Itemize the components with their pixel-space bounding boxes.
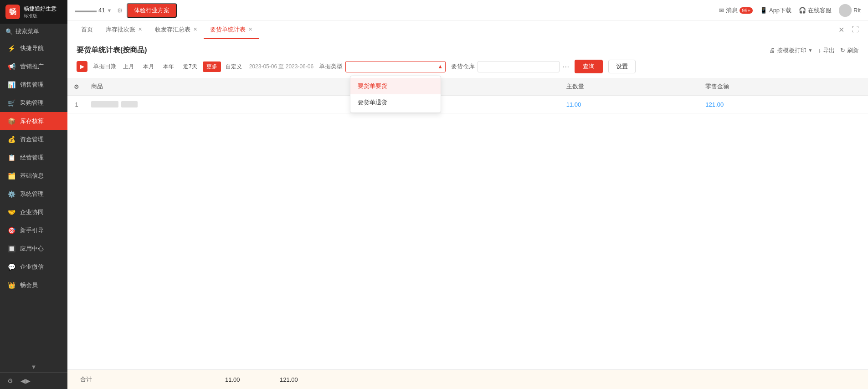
table-header-amount: 零售金额 xyxy=(700,78,868,96)
appstore-icon: 🔲 xyxy=(7,245,15,252)
table-header-row: ⚙ 商品 主计量单位 主数量 零售金额 xyxy=(67,78,868,96)
tab-batch[interactable]: 库存批次账 ✕ xyxy=(99,21,149,39)
sales-icon: 📊 xyxy=(7,81,15,88)
sidebar-item-sales[interactable]: 📊 销售管理 xyxy=(0,76,67,94)
chevron-down-icon: ▼ xyxy=(31,363,37,370)
sidebar-item-appstore[interactable]: 🔲 应用中心 xyxy=(0,240,67,258)
this-year-btn[interactable]: 本年 xyxy=(159,61,178,72)
message-icon: ✉ xyxy=(719,7,724,14)
quantity-link[interactable]: 11.00 xyxy=(566,101,581,108)
user-menu[interactable]: Rit xyxy=(839,4,861,17)
filter-more-icon[interactable]: ··· xyxy=(562,62,569,72)
username: Rit xyxy=(853,7,861,14)
amount-link[interactable]: 121.00 xyxy=(705,101,724,108)
store-name: ▬▬▬▬ xyxy=(75,7,97,14)
type-filter-group: 单据类型 ▲ 要货单要货 要货单退货 xyxy=(319,61,446,72)
tab-close-order-stat[interactable]: ✕ xyxy=(248,26,252,32)
row-no: 1 xyxy=(67,96,86,113)
close-all-tabs-icon[interactable]: ✕ xyxy=(837,24,846,36)
sidebar-item-wechat[interactable]: 💬 企业微信 xyxy=(0,258,67,276)
print-template-button[interactable]: 🖨 按模板打印 ▼ xyxy=(769,46,813,55)
avatar xyxy=(839,4,852,17)
online-service-button[interactable]: 🎧 在线客服 xyxy=(799,6,832,15)
collapse-icon[interactable]: ◀▶ xyxy=(21,377,31,384)
tab-home[interactable]: 首页 xyxy=(75,21,99,39)
app-download-button[interactable]: 📱 App下载 xyxy=(760,6,791,15)
sidebar: 畅 畅捷通好生意 标准版 🔍 搜索菜单 ⚡ 快捷导航 📢 营销推广 📊 销售管理… xyxy=(0,0,67,389)
headset-icon: 🎧 xyxy=(799,7,806,14)
last-month-btn[interactable]: 上月 xyxy=(119,61,138,72)
topbar-left: ▬▬▬▬ 41 ▼ ⚙ 体验行业方案 xyxy=(75,3,177,18)
app-logo: 畅 畅捷通好生意 标准版 xyxy=(0,0,67,24)
sidebar-item-cooperation[interactable]: 🤝 企业协同 xyxy=(0,203,67,221)
sidebar-item-system[interactable]: ⚙️ 系统管理 xyxy=(0,185,67,203)
page-content: 要货单统计表(按商品) 🖨 按模板打印 ▼ ↓ 导出 ↻ 刷新 xyxy=(67,39,868,389)
marketing-icon: 📢 xyxy=(7,63,15,70)
warehouse-filter-label: 要货仓库 xyxy=(451,62,475,71)
data-table: ⚙ 商品 主计量单位 主数量 零售金额 1 xyxy=(67,78,868,113)
refresh-button[interactable]: ↻ 刷新 xyxy=(840,46,859,55)
query-button[interactable]: 查询 xyxy=(575,60,603,73)
date-filter-label: 单据日期 xyxy=(93,62,117,71)
tab-close-collection[interactable]: ✕ xyxy=(193,26,197,32)
sidebar-bottom: ⚙ ◀▶ xyxy=(0,372,67,389)
basic-icon: 🗂️ xyxy=(7,172,15,179)
expand-tabs-icon[interactable]: ⛶ xyxy=(850,24,861,36)
system-icon: ⚙️ xyxy=(7,190,15,198)
sidebar-item-guide[interactable]: 🎯 新手引导 xyxy=(0,221,67,240)
sidebar-item-operations[interactable]: 📋 经营管理 xyxy=(0,148,67,167)
store-selector[interactable]: ▬▬▬▬ 41 ▼ xyxy=(75,7,112,14)
table-header-quantity: 主数量 xyxy=(561,78,700,96)
product-placeholder-2 xyxy=(121,101,138,107)
row-amount: 121.00 xyxy=(700,96,868,113)
sidebar-item-finance[interactable]: 💰 资金管理 xyxy=(0,130,67,148)
export-button[interactable]: ↓ 导出 xyxy=(818,46,835,55)
tab-close-batch[interactable]: ✕ xyxy=(138,26,142,32)
tab-end-buttons: ✕ ⛶ xyxy=(837,24,861,36)
settings-icon[interactable]: ⚙ xyxy=(7,377,13,384)
footer-amount: 121.00 xyxy=(274,376,329,383)
tab-collection[interactable]: 收发存汇总表 ✕ xyxy=(149,21,204,39)
table-row: 1 块 11.00 121.00 xyxy=(67,96,868,113)
filter-expand-button[interactable]: ▶ xyxy=(77,61,87,72)
sidebar-item-shortcut[interactable]: ⚡ 快捷导航 xyxy=(0,39,67,57)
trial-button[interactable]: 体验行业方案 xyxy=(127,3,177,18)
sidebar-item-basic[interactable]: 🗂️ 基础信息 xyxy=(0,167,67,185)
search-menu[interactable]: 🔍 搜索菜单 xyxy=(0,24,67,39)
table-gear-header[interactable]: ⚙ xyxy=(67,78,86,96)
more-dates-btn[interactable]: 更多 xyxy=(203,61,221,72)
dropdown-item-purchase-order[interactable]: 要货单要货 xyxy=(350,78,441,94)
settings-button[interactable]: 设置 xyxy=(608,60,636,73)
dropdown-item-purchase-return[interactable]: 要货单退货 xyxy=(350,94,441,111)
page-title: 要货单统计表(按商品) xyxy=(77,46,147,55)
row-product xyxy=(86,96,364,113)
tab-order-stat[interactable]: 要货单统计表 ✕ xyxy=(204,21,259,39)
product-placeholder-1 xyxy=(91,101,118,107)
sidebar-scroll-down[interactable]: ▼ xyxy=(0,362,67,372)
custom-date-btn[interactable]: 自定义 xyxy=(223,61,245,72)
store-number: 41 xyxy=(98,7,105,14)
date-range-display: 2023-05-06 至 2023-06-06 xyxy=(249,63,313,71)
topbar-gear-icon[interactable]: ⚙ xyxy=(117,7,123,14)
filter-bar: ▶ 单据日期 上月 本月 本年 近7天 更多 自定义 2023-05-06 至 … xyxy=(67,60,868,78)
last-7-days-btn[interactable]: 近7天 xyxy=(180,61,201,72)
page-header: 要货单统计表(按商品) 🖨 按模板打印 ▼ ↓ 导出 ↻ 刷新 xyxy=(67,39,868,60)
finance-icon: 💰 xyxy=(7,136,15,143)
sidebar-item-member[interactable]: 👑 畅会员 xyxy=(0,276,67,294)
warehouse-filter-input[interactable] xyxy=(478,61,560,72)
message-badge: 99+ xyxy=(740,7,753,14)
sidebar-item-marketing[interactable]: 📢 营销推广 xyxy=(0,57,67,76)
sidebar-item-inventory[interactable]: 📦 库存核算 xyxy=(0,112,67,130)
operations-icon: 📋 xyxy=(7,154,15,161)
cooperation-icon: 🤝 xyxy=(7,209,15,216)
print-icon: 🖨 xyxy=(769,47,775,54)
messages-button[interactable]: ✉ 消息 99+ xyxy=(719,6,753,15)
table-header-product: 商品 xyxy=(86,78,364,96)
print-dropdown-icon: ▼ xyxy=(808,48,813,53)
tabs-bar: 首页 库存批次账 ✕ 收发存汇总表 ✕ 要货单统计表 ✕ ✕ ⛶ xyxy=(67,21,868,39)
sidebar-item-purchase[interactable]: 🛒 采购管理 xyxy=(0,94,67,112)
this-month-btn[interactable]: 本月 xyxy=(139,61,158,72)
date-quick-buttons: 上月 本月 本年 近7天 更多 自定义 xyxy=(119,61,245,72)
type-filter-input[interactable] xyxy=(345,61,446,72)
page-actions: 🖨 按模板打印 ▼ ↓ 导出 ↻ 刷新 xyxy=(769,46,859,55)
